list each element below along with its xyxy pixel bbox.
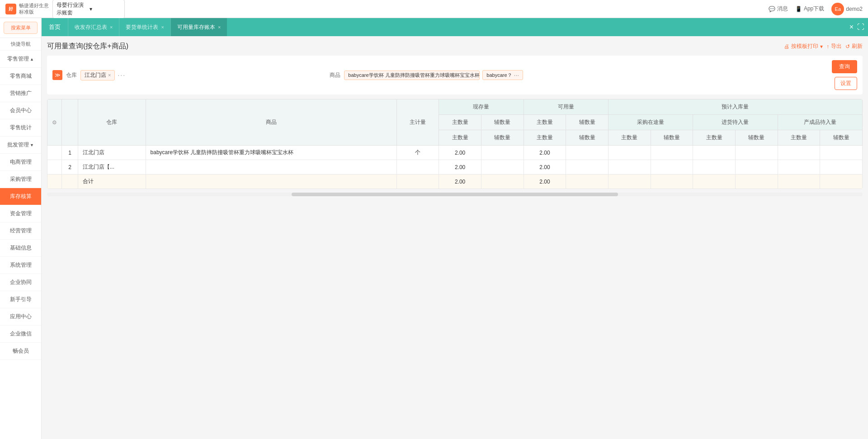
sidebar-item-ops-mgmt[interactable]: 经营管理	[0, 222, 41, 240]
filter-bar: ≫ 仓库 江北门店 × ··· 商品 babycare学饮杯 儿童防摔防撞吸管杯…	[47, 56, 863, 94]
filter-more-btn[interactable]: ···	[118, 71, 126, 79]
tab-close-order-stats[interactable]: ×	[161, 24, 164, 30]
sidebar-item-enterprise-wechat[interactable]: 企业微信	[0, 326, 41, 343]
sidebar-item-retail-mgmt[interactable]: 零售管理 ▲	[0, 51, 41, 68]
sidebar: 搜索菜单 快捷导航 零售管理 ▲ 零售商城 营销推广 会员中心 零售统计 批发管…	[0, 18, 42, 439]
gear-icon[interactable]: ⚙	[52, 119, 57, 126]
sidebar-item-marketing[interactable]: 营销推广	[0, 85, 41, 102]
sidebar-item-vip-member[interactable]: 畅会员	[0, 343, 41, 360]
export-icon: ↑	[826, 43, 829, 50]
tab-bar-end: × ⛶	[846, 18, 868, 36]
top-bar-left: 好 畅捷通好生意 标准版 母婴行业演示账套 ▾	[5, 0, 125, 19]
chevron-down-icon: ▾	[90, 6, 121, 12]
table-footer	[47, 189, 863, 198]
tab-order-stats[interactable]: 要货单统计表 ×	[119, 18, 170, 36]
logo-area: 好 畅捷通好生意 标准版	[5, 3, 49, 14]
sidebar-item-retail-mall[interactable]: 零售商城	[0, 68, 41, 85]
filter-expand-btn[interactable]: ≫	[52, 70, 62, 80]
store-selector[interactable]: 母婴行业演示账套 ▾	[52, 0, 125, 19]
chevron-icon: ▲	[30, 57, 34, 61]
top-bar-right: 💬 消息 📱 App下载 Ea demo2	[769, 3, 863, 15]
th-unit: 主计量	[396, 99, 439, 146]
sidebar-item-retail-stats[interactable]: 零售统计	[0, 119, 41, 137]
product-more-icon[interactable]: ···	[514, 71, 519, 79]
warehouse-tag-close-icon[interactable]: ×	[108, 72, 111, 78]
th-available-main: 主数量	[524, 115, 566, 130]
th-stock-group: 现存量	[439, 99, 524, 115]
tab-close-all-btn[interactable]: ×	[849, 23, 854, 31]
user-name: demo2	[846, 6, 863, 12]
message-btn[interactable]: 💬 消息	[769, 5, 788, 13]
total-stock-main: 2.00	[439, 175, 481, 189]
table-row: 1 江北门店 babycare学饮杯 儿童防摔防撞吸管杯重力球吸嘴杯宝宝水杯 个…	[47, 146, 863, 160]
sidebar-item-new-guide[interactable]: 新手引导	[0, 291, 41, 308]
warehouse-filter-label: 仓库	[66, 71, 77, 79]
logo-text: 畅捷通好生意 标准版	[19, 3, 49, 14]
chevron-icon: ▼	[30, 143, 34, 147]
app-download-btn[interactable]: 📱 App下载	[795, 5, 824, 13]
page-actions: 🖨 按模板打印 ▾ ↑ 导出 ↺ 刷新	[784, 42, 863, 50]
tab-receive-summary[interactable]: 收发存汇总表 ×	[68, 18, 119, 36]
tab-available-ledger[interactable]: 可用量库存账本 ×	[170, 18, 227, 36]
page-header: 可用量查询(按仓库+商品) 🖨 按模板打印 ▾ ↑ 导出 ↺ 刷新	[47, 42, 863, 51]
th-production-group: 产成品待入量	[778, 115, 862, 130]
th-production-main: 主数量	[778, 130, 820, 146]
sidebar-search-area: 搜索菜单	[0, 18, 41, 38]
th-available-aux-2: 辅数量	[566, 130, 609, 146]
sidebar-item-member-center[interactable]: 会员中心	[0, 102, 41, 119]
total-available-main: 2.00	[524, 175, 566, 189]
tab-close-available-ledger[interactable]: ×	[218, 24, 221, 30]
tab-home[interactable]: 首页	[42, 18, 68, 36]
export-btn[interactable]: ↑ 导出	[826, 42, 842, 50]
product-tag-2[interactable]: babycare？ ···	[482, 70, 523, 80]
user-profile[interactable]: Ea demo2	[831, 3, 863, 15]
total-row: 合计 2.00 2.00	[47, 175, 863, 189]
tab-bar: 首页 收发存汇总表 × 要货单统计表 × 可用量库存账本 × × ⛶	[42, 18, 868, 36]
th-stock-main-2: 主数量	[439, 130, 481, 146]
sidebar-item-inventory-check[interactable]: 库存核算	[0, 188, 41, 205]
product-filter-label: 商品	[330, 71, 340, 79]
th-product: 商品	[146, 99, 396, 146]
print-icon: 🖨	[784, 43, 789, 50]
sidebar-item-purchase-mgmt[interactable]: 采购管理	[0, 171, 41, 188]
search-menu-btn[interactable]: 搜索菜单	[4, 22, 38, 34]
th-production-aux: 辅数量	[820, 130, 863, 146]
avatar: Ea	[831, 3, 844, 15]
th-purchase-aux: 辅数量	[651, 130, 693, 146]
total-label: 合计	[78, 175, 146, 189]
sidebar-item-app-center[interactable]: 应用中心	[0, 308, 41, 326]
query-btn[interactable]: 查询	[832, 60, 857, 73]
th-incoming-group: 进货待入量	[693, 115, 778, 130]
sidebar-item-enterprise-collab[interactable]: 企业协同	[0, 274, 41, 291]
th-stock-aux: 辅数量	[481, 115, 524, 130]
sidebar-item-ecommerce-mgmt[interactable]: 电商管理	[0, 154, 41, 171]
th-incoming-aux: 辅数量	[735, 130, 778, 146]
content-area: 首页 收发存汇总表 × 要货单统计表 × 可用量库存账本 × × ⛶	[42, 18, 868, 439]
sidebar-item-wholesale-mgmt[interactable]: 批发管理 ▼	[0, 137, 41, 154]
print-btn[interactable]: 🖨 按模板打印 ▾	[784, 42, 823, 50]
logo-icon: 好	[5, 4, 16, 14]
th-available-main-2: 主数量	[524, 130, 566, 146]
th-stock-main: 主数量	[439, 115, 481, 130]
th-settings: ⚙	[47, 99, 62, 146]
th-available-group: 可用量	[524, 99, 608, 115]
data-table: ⚙ 仓库 商品 主计量 现存量 可用量 预计入库量 主数量 辅数	[47, 99, 863, 189]
sidebar-item-sys-mgmt[interactable]: 系统管理	[0, 257, 41, 274]
inventory-table: ⚙ 仓库 商品 主计量 现存量 可用量 预计入库量 主数量 辅数	[47, 99, 863, 189]
quick-nav-btn[interactable]: 快捷导航	[0, 38, 41, 51]
setting-btn[interactable]: 设置	[835, 77, 857, 90]
refresh-btn[interactable]: ↺ 刷新	[845, 42, 863, 50]
product-tag-area: babycare学饮杯 儿童防摔防撞吸管杯重力球吸嘴杯宝宝水杯 × babyca…	[344, 70, 828, 80]
th-purchase-main: 主数量	[608, 130, 651, 146]
warehouse-tag[interactable]: 江北门店 ×	[80, 70, 115, 80]
sidebar-item-basic-info[interactable]: 基础信息	[0, 240, 41, 257]
product-tag-1[interactable]: babycare学饮杯 儿童防摔防撞吸管杯重力球吸嘴杯宝宝水杯 ×	[344, 71, 480, 80]
th-purchase-group: 采购在途量	[608, 115, 693, 130]
sidebar-item-finance-mgmt[interactable]: 资金管理	[0, 205, 41, 222]
th-incoming-main: 主数量	[693, 130, 736, 146]
tab-fullscreen-btn[interactable]: ⛶	[857, 23, 864, 31]
app-icon: 📱	[795, 6, 802, 12]
th-available-aux: 辅数量	[566, 115, 609, 130]
tab-close-receive-summary[interactable]: ×	[110, 24, 113, 30]
page-title: 可用量查询(按仓库+商品)	[47, 42, 128, 51]
